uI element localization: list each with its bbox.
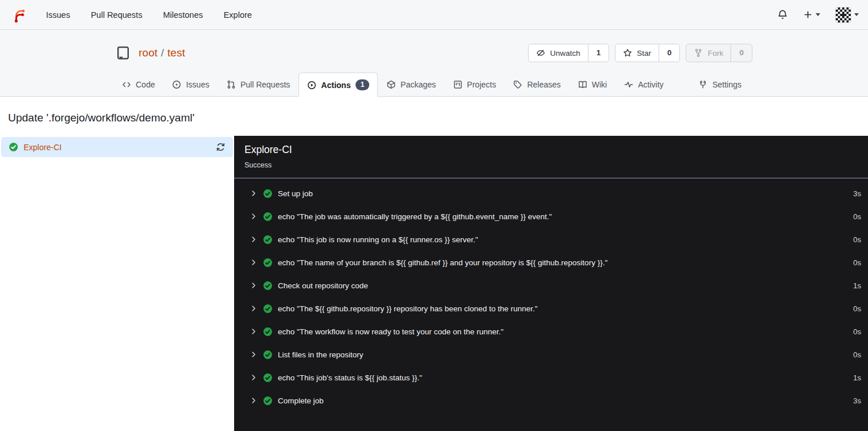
fork-button: Fork 0 (686, 44, 752, 62)
nav-item-milestones[interactable]: Milestones (152, 0, 213, 30)
check-circle-icon (263, 327, 273, 337)
job-step-row[interactable]: echo "The name of your branch is ${{ git… (234, 251, 868, 274)
run-layout: Explore-CI Explore-CI Success (0, 136, 868, 431)
tab-activity[interactable]: Activity (615, 73, 672, 96)
check-circle-icon (9, 142, 18, 152)
page-title: Update '.forgejo/workflows/demo.yaml' (0, 97, 868, 136)
job-log-panel: Explore-CI Success (234, 136, 868, 431)
step-duration: 3s (853, 396, 861, 405)
repo-breadcrumb: root / test (139, 47, 185, 59)
watch-count: 1 (588, 44, 609, 62)
step-duration: 0s (853, 304, 861, 313)
package-icon (387, 80, 396, 89)
forgejo-logo-icon[interactable] (12, 7, 28, 23)
star-icon (623, 48, 632, 58)
star-count: 0 (659, 44, 680, 62)
job-step-row[interactable]: List files in the repository 0s (234, 343, 868, 366)
tab-projects[interactable]: Projects (445, 73, 505, 96)
notifications-bell-icon[interactable] (777, 9, 788, 20)
job-step-row[interactable]: echo "The ${{ github.repository }} repos… (234, 297, 868, 320)
avatar (835, 7, 851, 23)
chevron-right-icon[interactable] (250, 236, 257, 243)
repo-name-link[interactable]: test (167, 47, 185, 59)
plus-icon (803, 10, 813, 20)
job-step-row[interactable]: echo "The job was automatically triggere… (234, 205, 868, 228)
chevron-right-icon[interactable] (250, 259, 257, 266)
step-name: echo "This job is now running on a ${{ r… (278, 235, 478, 244)
step-duration: 0s (853, 258, 861, 267)
step-duration: 3s (853, 189, 861, 198)
job-step-row[interactable]: echo "The workflow is now ready to test … (234, 320, 868, 343)
check-circle-icon (263, 281, 273, 291)
unwatch-button[interactable]: Unwatch 1 (528, 44, 609, 62)
tab-pull-requests[interactable]: Pull Requests (218, 73, 299, 96)
pulse-icon (624, 80, 633, 89)
pull-request-icon (227, 80, 236, 89)
job-step-row[interactable]: echo "This job is now running on a ${{ r… (234, 228, 868, 251)
nav-item-issues[interactable]: Issues (36, 0, 81, 30)
fork-count: 0 (731, 44, 752, 62)
check-circle-icon (263, 396, 273, 406)
check-circle-icon (263, 304, 273, 314)
nav-item-explore[interactable]: Explore (213, 0, 262, 30)
chevron-down-icon (816, 13, 820, 16)
step-name: List files in the repository (278, 350, 364, 359)
chevron-right-icon[interactable] (250, 190, 257, 197)
repo-separator: / (161, 47, 164, 59)
rerun-job-icon[interactable] (216, 142, 225, 152)
play-circle-icon (307, 81, 316, 90)
job-panel-header: Explore-CI Success (234, 136, 868, 178)
step-name: echo "This job's status is ${{ job.statu… (278, 373, 422, 382)
sidebar-job-explore-ci[interactable]: Explore-CI (1, 137, 233, 157)
chevron-right-icon[interactable] (250, 374, 257, 381)
repo-icon (116, 45, 131, 60)
project-board-icon (453, 80, 462, 89)
book-icon (578, 80, 587, 89)
check-circle-icon (263, 212, 273, 222)
user-menu[interactable] (835, 7, 859, 23)
eye-slash-icon (536, 48, 545, 58)
step-name: echo "The job was automatically triggere… (278, 212, 552, 221)
navbar-right (777, 7, 859, 23)
job-step-row[interactable]: Check out repository code 1s (234, 274, 868, 297)
step-name: echo "The workflow is now ready to test … (278, 327, 503, 336)
tab-packages[interactable]: Packages (378, 73, 444, 96)
chevron-right-icon[interactable] (250, 213, 257, 220)
top-navbar: Issues Pull Requests Milestones Explore (0, 0, 868, 30)
repo-owner-link[interactable]: root (139, 47, 158, 59)
code-icon (122, 80, 131, 89)
step-name: Check out repository code (278, 281, 368, 290)
chevron-right-icon[interactable] (250, 351, 257, 358)
star-button[interactable]: Star 0 (615, 44, 680, 62)
step-name: echo "The name of your branch is ${{ git… (278, 258, 607, 267)
check-circle-icon (263, 258, 273, 268)
job-step-row[interactable]: echo "This job's status is ${{ job.statu… (234, 366, 868, 389)
tab-wiki[interactable]: Wiki (569, 73, 615, 96)
chevron-right-icon[interactable] (250, 397, 257, 404)
job-step-row[interactable]: Set up job 3s (234, 182, 868, 205)
job-steps-list: Set up job 3s (234, 178, 868, 412)
actions-count-badge: 1 (355, 79, 370, 90)
repo-action-buttons: Unwatch 1 Star 0 (528, 44, 752, 62)
tab-issues[interactable]: Issues (163, 73, 217, 96)
step-duration: 1s (853, 281, 861, 290)
step-duration: 1s (853, 373, 861, 382)
check-circle-icon (263, 235, 273, 245)
tab-code[interactable]: Code (113, 73, 163, 96)
issue-icon (172, 80, 181, 89)
job-step-row[interactable]: Complete job 3s (234, 389, 868, 412)
jobs-sidebar: Explore-CI (0, 136, 234, 431)
tag-icon (513, 80, 522, 89)
create-new-menu[interactable] (803, 10, 820, 20)
nav-item-pull-requests[interactable]: Pull Requests (81, 0, 152, 30)
chevron-right-icon[interactable] (250, 305, 257, 312)
chevron-right-icon[interactable] (250, 282, 257, 289)
step-duration: 0s (853, 212, 861, 221)
tab-releases[interactable]: Releases (504, 73, 569, 96)
chevron-right-icon[interactable] (250, 328, 257, 335)
tab-settings[interactable]: Settings (690, 73, 750, 96)
job-status-text: Success (244, 161, 856, 169)
check-circle-icon (263, 189, 273, 199)
step-name: echo "The ${{ github.repository }} repos… (278, 304, 538, 313)
tab-actions[interactable]: Actions 1 (299, 73, 378, 97)
